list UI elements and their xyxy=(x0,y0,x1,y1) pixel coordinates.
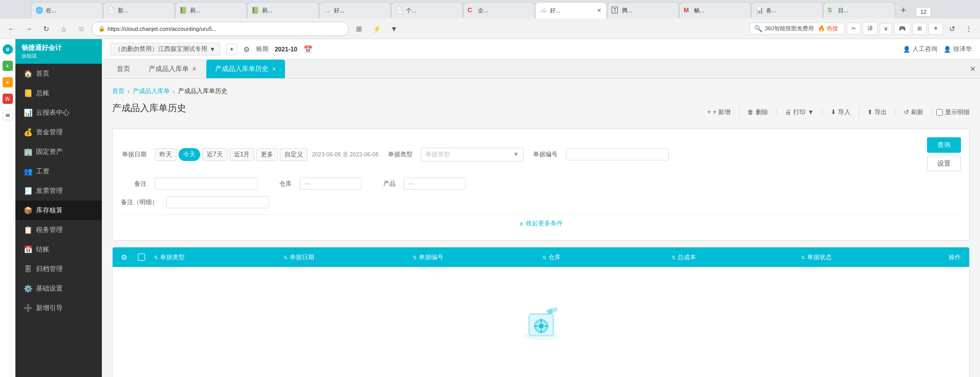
print-button[interactable]: 🖨 打印 ▼ xyxy=(781,106,818,119)
date-btn-7days[interactable]: 近7天 xyxy=(202,148,227,161)
grid-button[interactable]: ⊞ xyxy=(913,23,926,34)
tab-5[interactable]: ☁️ 好... xyxy=(319,2,391,19)
search-button[interactable]: 查询 xyxy=(927,137,961,153)
sidebar-item-settle[interactable]: 📅 结账 xyxy=(15,240,102,259)
sidebar-item-ledger[interactable]: 📒 总账 xyxy=(15,83,102,103)
th-settings[interactable]: ⚙ xyxy=(115,253,133,261)
search-bar[interactable]: 🔍 360智能抠图免费用 🔥 热搜 xyxy=(750,23,844,34)
product-select[interactable]: ··· xyxy=(404,177,466,190)
th-type[interactable]: ⇅ 单据类型 xyxy=(150,247,279,267)
import-button[interactable]: ⬇ 导入 xyxy=(827,106,854,119)
voucher-type-select[interactable]: 单据类型 ▼ xyxy=(421,148,524,161)
settings-button[interactable]: ⋮ xyxy=(961,22,976,36)
sidebar-item-new[interactable]: ➕ 新增引导 xyxy=(15,298,102,318)
sidebar-item-asset[interactable]: 🏢 固定资产 xyxy=(15,142,102,161)
refresh-browser-button[interactable]: ↻ xyxy=(39,22,54,36)
th-checkbox[interactable] xyxy=(133,254,150,261)
sidebar-item-inventory[interactable]: 📦 库存核算 xyxy=(15,201,102,220)
game-button[interactable]: 🎮 xyxy=(894,23,911,34)
add-button[interactable]: + + 新增 xyxy=(703,106,735,119)
sidebar-item-basic[interactable]: ⚙️ 基础设置 xyxy=(15,279,102,298)
dropdown-button[interactable]: ▼ xyxy=(387,22,401,36)
app-logo-icon[interactable]: e xyxy=(2,43,14,56)
sidebar-item-fund[interactable]: 💰 资金管理 xyxy=(15,122,102,142)
warehouse-select[interactable]: ··· xyxy=(300,177,362,190)
delete-button[interactable]: 🗑 删除 xyxy=(743,106,772,119)
company-selector[interactable]: （勿删勿禁用）江西腺宝测试专用 ▼ xyxy=(110,43,220,56)
address-input[interactable]: 🔒 https://cloud.chanjet.com/accounting/u… xyxy=(92,22,349,36)
collapse-filter-button[interactable]: ∧ 收起更多条件 xyxy=(121,214,961,232)
content-tab-home[interactable]: 首页 xyxy=(108,60,139,78)
sidebar-item-report[interactable]: 📊 云报表中心 xyxy=(15,103,102,122)
hot-search-label[interactable]: 🔥 热搜 xyxy=(816,25,840,32)
refresh-page-button[interactable]: ↺ 刷新 xyxy=(900,106,928,119)
sidebar-item-invoice[interactable]: 🧾 发票管理 xyxy=(15,181,102,201)
home-browser-button[interactable]: ⌂ xyxy=(57,22,71,36)
show-detail-checkbox[interactable] xyxy=(936,109,943,116)
tab-2[interactable]: 📄 新... xyxy=(103,2,175,19)
sidebar-item-tax[interactable]: 📋 税务管理 xyxy=(15,220,102,240)
add-company-button[interactable]: + xyxy=(226,44,237,55)
tab-8-close-icon[interactable]: ✕ xyxy=(596,6,602,15)
user-service-link[interactable]: 👤 人工咨询 xyxy=(903,45,937,53)
translate-button[interactable]: 译 xyxy=(863,22,878,35)
theme-button[interactable]: ☀ xyxy=(929,23,943,34)
undo-button[interactable]: ↺ xyxy=(945,22,959,36)
back-button[interactable]: ← xyxy=(4,22,19,36)
scissors-button[interactable]: ✂ xyxy=(847,23,861,34)
sidebar-item-archive[interactable]: 🗄 归档管理 xyxy=(15,259,102,279)
tab-1[interactable]: 🌐 在... xyxy=(31,2,103,19)
date-btn-today[interactable]: 今天 xyxy=(179,148,200,161)
sidebar-item-payroll[interactable]: 👥 工资 xyxy=(15,161,102,181)
app-icon-3[interactable]: ★ xyxy=(2,76,14,88)
close-all-tabs-button[interactable]: ✕ xyxy=(966,62,980,76)
filter-setting-button[interactable]: 设置 xyxy=(927,156,961,171)
th-date[interactable]: ⇅ 单据日期 xyxy=(279,247,409,267)
new-tab-button[interactable]: + xyxy=(895,2,912,19)
app-icon-4[interactable]: W xyxy=(2,93,14,105)
date-btn-1month[interactable]: 近1月 xyxy=(229,148,255,161)
note-detail-input[interactable] xyxy=(166,196,269,208)
sidebar-item-home[interactable]: 🏠 首页 xyxy=(15,64,102,83)
print-label: 打印 xyxy=(793,108,806,117)
tab-12[interactable]: S 目... xyxy=(823,2,895,19)
tab-6[interactable]: 📄 个... xyxy=(391,2,463,19)
date-btn-more[interactable]: 更多 xyxy=(256,148,278,161)
tab-9[interactable]: 🅃 腾... xyxy=(607,2,679,19)
date-btn-custom[interactable]: 自定义 xyxy=(280,148,308,161)
th-warehouse[interactable]: ⇅ 仓库 xyxy=(538,247,668,267)
show-detail-checkbox-container[interactable]: 显示明细 xyxy=(936,108,970,117)
tab-7[interactable]: C 企... xyxy=(463,2,535,19)
tab-8[interactable]: ☁️ 好... ✕ xyxy=(535,2,607,19)
date-btn-yesterday[interactable]: 昨天 xyxy=(155,148,176,161)
voucher-no-input[interactable] xyxy=(566,148,669,160)
export-button[interactable]: ⬆ 导出 xyxy=(863,106,891,119)
breadcrumb-product-list[interactable]: 产成品入库单 xyxy=(133,87,170,96)
tab-10[interactable]: M 畅... xyxy=(679,2,751,19)
content-tab-product-history-close[interactable]: ✕ xyxy=(272,66,276,73)
th-status[interactable]: ⇅ 单据状态 xyxy=(797,247,926,267)
tab-11[interactable]: 📊 各... xyxy=(751,2,823,19)
forward-button[interactable]: → xyxy=(22,22,36,36)
app-icon-2[interactable]: + xyxy=(2,60,14,72)
content-tab-product-list-close[interactable]: ✕ xyxy=(192,66,197,73)
content-tab-product-list[interactable]: 产成品入库单 ✕ xyxy=(140,60,205,78)
tab-4[interactable]: 📗 易... xyxy=(247,2,319,19)
th-no[interactable]: ⇅ 单据编号 xyxy=(408,247,538,267)
app-icon-5[interactable]: ✉ xyxy=(2,109,14,121)
th-operation: 操作 xyxy=(926,253,967,262)
lightning-button[interactable]: ⚡ xyxy=(369,22,384,36)
yuan-button[interactable]: ¥ xyxy=(880,23,892,34)
th-total-cost[interactable]: ⇅ 总成本 xyxy=(667,247,797,267)
note-input[interactable] xyxy=(155,177,258,190)
content-tab-product-history[interactable]: 产成品入库单历史 ✕ xyxy=(206,60,285,78)
user-name-display[interactable]: 👤 徐泽华 xyxy=(943,45,972,53)
extensions-button[interactable]: ⊞ xyxy=(352,22,366,36)
svg-point-7 xyxy=(539,324,544,329)
tab-3[interactable]: 📗 易... xyxy=(175,2,247,19)
select-all-checkbox[interactable] xyxy=(138,254,145,261)
bookmark-button[interactable]: ☆ xyxy=(74,22,88,36)
company-settings-button[interactable]: ⚙ xyxy=(243,45,250,53)
calendar-button[interactable]: 📅 xyxy=(304,45,312,53)
breadcrumb-home[interactable]: 首页 xyxy=(112,87,124,96)
